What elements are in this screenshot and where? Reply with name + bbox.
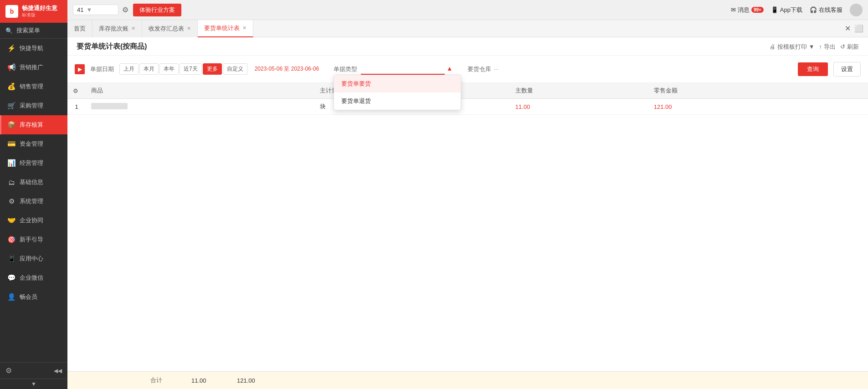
app-name: 畅捷通好生意 <box>22 5 57 12</box>
service-icon: 🎧 <box>810 6 817 13</box>
sidebar-item-purchase[interactable]: 🛒 采购管理 <box>0 96 67 115</box>
sidebar-item-basic_info[interactable]: 🗂 基础信息 <box>0 173 67 192</box>
product-name-placeholder <box>91 103 128 109</box>
company-dropdown-icon: ▼ <box>86 6 92 13</box>
nav-label-basic_info: 基础信息 <box>20 178 43 186</box>
search-icon: 🔍 <box>5 27 13 34</box>
sidebar-item-system[interactable]: ⚙ 系统管理 <box>0 192 67 211</box>
row-amount: 121.00 <box>648 99 816 115</box>
settings-button-filter[interactable]: 设置 <box>833 62 861 77</box>
nav-label-system: 系统管理 <box>20 197 43 205</box>
app-download-button[interactable]: 📱 App下载 <box>771 6 802 14</box>
settings-button[interactable]: ⚙ <box>122 5 128 14</box>
sidebar-item-marketing[interactable]: 📢 营销推广 <box>0 58 67 77</box>
expand-icon: ▶ <box>78 66 82 72</box>
tab-inventory-batch-close[interactable]: ✕ <box>131 26 135 31</box>
tab-inventory-batch[interactable]: 库存批次账 ✕ <box>92 20 142 37</box>
data-table: ⚙ 商品 主计量单位 主数量 零售金额 1 块 11.00 121.00 <box>67 83 868 115</box>
date-btn-last-month[interactable]: 上月 <box>119 63 139 75</box>
sidebar-header: b 畅捷通好生意 标准版 <box>0 0 67 23</box>
sidebar-item-enterprise[interactable]: 🤝 企业协同 <box>0 211 67 230</box>
tab-receivable-summary[interactable]: 收发存汇总表 ✕ <box>142 20 198 37</box>
tabs-actions: ✕ ⬜ <box>845 24 868 33</box>
nav-icon-operations: 📊 <box>7 159 16 167</box>
date-btn-custom[interactable]: 自定义 <box>223 63 247 75</box>
nav-icon-finance: 💳 <box>7 140 16 148</box>
nav-label-inventory: 库存核算 <box>20 121 43 129</box>
print-dropdown-icon: ▼ <box>809 43 815 50</box>
online-service-button[interactable]: 🎧 在线客服 <box>810 6 842 14</box>
sidebar-item-operations[interactable]: 📊 经营管理 <box>0 154 67 173</box>
date-filter-label: 单据日期 <box>90 65 114 73</box>
app-badge: 标准版 <box>22 12 57 18</box>
industry-button[interactable]: 体验行业方案 <box>133 4 181 16</box>
date-btn-this-year[interactable]: 本年 <box>159 63 179 75</box>
message-icon: ✉ <box>731 6 736 13</box>
main-content: 首页 库存批次账 ✕ 收发存汇总表 ✕ 要货单统计表 ✕ ✕ ⬜ 要货单统计表(… <box>67 20 868 389</box>
sidebar-item-beginner[interactable]: 🎯 新手引导 <box>0 230 67 249</box>
collapse-icon[interactable]: ◀◀ <box>54 368 62 374</box>
sidebar-item-app_center[interactable]: 📱 应用中心 <box>0 249 67 268</box>
sidebar-item-sales[interactable]: 💰 销售管理 <box>0 77 67 96</box>
company-selector[interactable]: 41 ▼ <box>73 5 118 15</box>
print-label: 按模板打印 <box>777 43 807 51</box>
tab-order-summary[interactable]: 要货单统计表 ✕ <box>198 20 253 37</box>
amount-link[interactable]: 121.00 <box>654 103 672 110</box>
nav-icon-purchase: 🛒 <box>7 102 16 110</box>
footer-amount-value: 121.00 <box>237 377 255 384</box>
nav-label-sales: 销售管理 <box>20 82 43 91</box>
messages-button[interactable]: ✉ 消息 99+ <box>731 6 764 14</box>
footer-amount: 121.00 <box>228 377 273 384</box>
tab-maximize[interactable]: ⬜ <box>854 24 863 33</box>
app-logo: b <box>5 5 18 18</box>
top-bar: 41 ▼ ⚙ 体验行业方案 ✉ 消息 99+ 📱 App下载 🎧 在线客服 <box>67 0 868 20</box>
quantity-link[interactable]: 11.00 <box>515 103 530 110</box>
avatar[interactable] <box>850 4 863 16</box>
filter-expand-button[interactable]: ▶ <box>75 64 85 74</box>
sidebar-item-member[interactable]: 👤 畅会员 <box>0 287 67 307</box>
sidebar-search[interactable]: 🔍 搜索菜单 <box>0 23 67 39</box>
warehouse-dots[interactable]: ··· <box>494 66 499 72</box>
query-button[interactable]: 查询 <box>798 62 828 76</box>
tabs-bar: 首页 库存批次账 ✕ 收发存汇总表 ✕ 要货单统计表 ✕ ✕ ⬜ <box>67 20 868 37</box>
nav-icon-basic_info: 🗂 <box>7 179 16 186</box>
sidebar-item-quick_nav[interactable]: ⚡ 快捷导航 <box>0 39 67 58</box>
tab-order-summary-close[interactable]: ✕ <box>242 25 247 31</box>
sidebar-item-finance[interactable]: 💳 资金管理 <box>0 134 67 154</box>
tab-receivable-summary-close[interactable]: ✕ <box>187 26 191 31</box>
footer-quantity-value: 11.00 <box>191 377 206 384</box>
export-button[interactable]: ↑ 导出 <box>819 43 836 51</box>
print-icon: 🖨 <box>770 43 776 50</box>
refresh-button[interactable]: ↺ 刷新 <box>840 43 859 51</box>
nav-label-app_center: 应用中心 <box>20 255 43 263</box>
col-settings-icon[interactable]: ⚙ <box>73 87 78 94</box>
nav-label-operations: 经营管理 <box>20 159 43 167</box>
sidebar-item-wechat_enterprise[interactable]: 💬 企业微信 <box>0 268 67 287</box>
row-empty <box>815 99 868 115</box>
type-dropdown-container: ▲ 要货单要货要货单退货 <box>361 63 452 75</box>
table-area: ⚙ 商品 主计量单位 主数量 零售金额 1 块 11.00 121.00 <box>67 83 868 371</box>
type-filter-input[interactable] <box>361 63 445 75</box>
row-num: 1 <box>67 99 86 115</box>
sidebar-scroll-down: ▼ <box>0 379 67 389</box>
dropdown-item-yaohuo_return[interactable]: 要货单退货 <box>334 92 461 110</box>
page-header: 要货单统计表(按商品) 🖨 按模板打印 ▼ ↑ 导出 ↺ 刷新 <box>67 37 868 56</box>
date-btn-last-7[interactable]: 近7天 <box>180 63 202 75</box>
dropdown-item-yaohuo_order[interactable]: 要货单要货 <box>334 75 461 92</box>
date-btn-more[interactable]: 更多 <box>203 63 222 75</box>
tab-close-all[interactable]: ✕ <box>845 24 851 33</box>
print-button[interactable]: 🖨 按模板打印 ▼ <box>770 43 815 51</box>
col-amount-header: 零售金额 <box>648 83 816 99</box>
settings-icon[interactable]: ⚙ <box>5 366 12 375</box>
tab-home[interactable]: 首页 <box>67 20 92 37</box>
app-name-block: 畅捷通好生意 标准版 <box>22 5 57 19</box>
date-btn-this-month[interactable]: 本月 <box>139 63 159 75</box>
tab-receivable-summary-label: 收发存汇总表 <box>149 25 184 33</box>
filter-type-section: 单据类型 ▲ 要货单要货要货单退货 <box>334 63 452 75</box>
type-filter-arrow[interactable]: ▲ <box>447 65 453 72</box>
warehouse-filter-label: 要货仓库 <box>467 65 491 73</box>
messages-label: 消息 <box>738 6 750 14</box>
sidebar-item-inventory[interactable]: 📦 库存核算 <box>0 115 67 134</box>
nav-label-quick_nav: 快捷导航 <box>20 44 43 52</box>
sidebar-nav: ⚡ 快捷导航 📢 营销推广 💰 销售管理 🛒 采购管理 📦 库存核算 💳 资金管… <box>0 39 67 362</box>
